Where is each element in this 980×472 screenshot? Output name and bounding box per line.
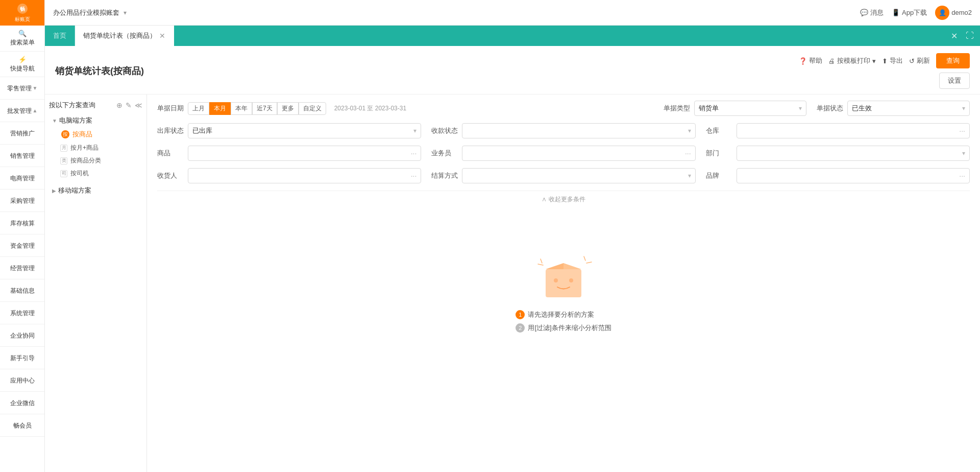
out-value: 已出库: [192, 126, 212, 135]
tab-bar: 首页 销货单统计表（按商品） ✕ ✕ ⛶: [45, 26, 980, 46]
sidebar-item-system[interactable]: 系统管理: [0, 302, 44, 324]
warehouse-input[interactable]: ···: [737, 123, 970, 138]
status-input[interactable]: 已生效 ▾: [847, 101, 970, 116]
export-icon: ⬆: [882, 57, 888, 65]
tab-home[interactable]: 首页: [45, 26, 75, 46]
hint-num-2: 2: [516, 323, 525, 333]
tree-header-desktop[interactable]: ▼ 电脑端方案: [49, 114, 142, 127]
date-pill-more[interactable]: 更多: [277, 102, 299, 115]
status-value: 已生效: [852, 104, 872, 113]
sidebar-item-retail[interactable]: 零售管理 ▼: [0, 77, 44, 100]
avatar-icon: 👤: [939, 9, 946, 16]
brand-dots-icon[interactable]: ···: [959, 172, 965, 180]
svg-line-7: [584, 256, 585, 261]
sidebar-item-inventory[interactable]: 库存核算: [0, 212, 44, 234]
user-menu[interactable]: 👤 demo2: [935, 6, 972, 20]
sidebar-item-quicknav[interactable]: ⚡ 快捷导航: [0, 52, 44, 78]
query-button[interactable]: 查询: [936, 53, 970, 68]
goods-cat-icon: 类: [60, 157, 67, 164]
sidebar-item-member[interactable]: 畅会员: [0, 414, 44, 437]
receiver-input[interactable]: ···: [188, 168, 421, 183]
edit-scheme-btn[interactable]: ✎: [126, 101, 132, 109]
sidebar-item-sales[interactable]: 销售管理: [0, 145, 44, 167]
sidebar-item-appcenter[interactable]: 应用中心: [0, 369, 44, 392]
goods-label: 商品: [157, 149, 184, 158]
help-label: 帮助: [809, 56, 822, 65]
staff-input[interactable]: ···: [462, 146, 695, 161]
payment-input[interactable]: ▾: [462, 168, 695, 183]
warehouse-dots-icon[interactable]: ···: [959, 127, 965, 135]
svg-line-5: [541, 259, 542, 263]
date-pill-custom[interactable]: 自定义: [299, 102, 326, 115]
brand-input[interactable]: ···: [737, 168, 970, 183]
help-btn[interactable]: ❓ 帮助: [799, 56, 822, 65]
page-title: 销货单统计表(按商品): [55, 65, 144, 77]
sidebar-item-ops[interactable]: 经营管理: [0, 257, 44, 279]
setting-button[interactable]: 设置: [939, 73, 970, 89]
sidebar-item-finance[interactable]: 资金管理: [0, 234, 44, 257]
window-close-btn[interactable]: ✕: [949, 29, 960, 43]
sidebar-item-search[interactable]: 🔍 搜索菜单: [0, 26, 44, 52]
tree-item-driver-label: 按司机: [70, 169, 89, 178]
tree-item-by-goods[interactable]: 按 按商品: [57, 127, 142, 141]
print-btn[interactable]: 🖨 按模板打印 ▾: [828, 56, 876, 65]
tree-item-driver[interactable]: 司 按司机: [57, 167, 142, 180]
header-dropdown-icon[interactable]: ▾: [124, 9, 127, 16]
goods-input[interactable]: ···: [188, 146, 421, 161]
date-pill-thismonth[interactable]: 本月: [209, 102, 231, 115]
staff-label: 业务员: [431, 149, 458, 158]
desktop-section-label: 电脑端方案: [59, 116, 92, 125]
mobile-section-label: 移动端方案: [58, 186, 91, 195]
sidebar-item-purchase[interactable]: 采购管理: [0, 190, 44, 212]
type-input[interactable]: 销货单 ▾: [694, 101, 806, 116]
tab-home-label: 首页: [53, 31, 66, 40]
app-download-btn[interactable]: 📱 App下载: [892, 8, 927, 17]
refresh-btn[interactable]: ↺ 刷新: [909, 56, 930, 65]
out-dropdown-icon: ▾: [413, 127, 416, 134]
export-btn[interactable]: ⬆ 导出: [882, 56, 903, 65]
goods-dots-icon[interactable]: ···: [411, 149, 417, 157]
tab-current[interactable]: 销货单统计表（按商品） ✕: [75, 26, 174, 46]
tab-bar-actions: ✕ ⛶: [945, 26, 980, 46]
receiver-dots-icon[interactable]: ···: [411, 172, 417, 180]
date-pill-lastmonth[interactable]: 上月: [188, 102, 209, 115]
right-panel: 单据日期 上月 本月 本年 近7天 更多 自定义 2023-03-01 至 20…: [147, 95, 980, 472]
two-panel: 按以下方案查询 ⊕ ✎ ≪ ▼ 电脑端方案: [45, 95, 980, 472]
filter-item-type: 单据类型 销货单 ▾: [664, 101, 806, 116]
window-maximize-btn[interactable]: ⛶: [964, 29, 976, 42]
month-goods-icon: 月: [60, 145, 67, 152]
filter-item-brand: 品牌 ···: [706, 168, 970, 183]
tree-item-month-goods[interactable]: 月 按月+商品: [57, 141, 142, 154]
sidebar-item-guide-label: 新手引导: [10, 355, 35, 363]
payment-label: 结算方式: [431, 171, 458, 180]
sidebar-item-inventory-label: 库存核算: [10, 220, 35, 228]
date-pill-7days[interactable]: 近7天: [252, 102, 277, 115]
message-label: 消息: [870, 8, 884, 17]
quicknav-icon: ⚡: [18, 56, 27, 63]
sidebar-item-guide[interactable]: 新手引导: [0, 347, 44, 369]
content-inner: 销货单统计表(按商品) ❓ 帮助 🖨 按模板打印 ▾ ⬆: [45, 46, 980, 472]
out-input[interactable]: 已出库 ▾: [188, 123, 421, 138]
collapse-conditions-btn[interactable]: ∧ 收起更多条件: [157, 191, 970, 208]
top-header: 办公用品行业模拟账套 ▾ 💬 消息 📱 App下载 👤 demo2: [45, 0, 980, 26]
dept-input[interactable]: ▾: [737, 146, 970, 161]
sidebar-item-marketing[interactable]: 营销推广: [0, 122, 44, 145]
print-icon: 🖨: [828, 57, 835, 65]
tree-header-mobile[interactable]: ▶ 移动端方案: [49, 184, 142, 197]
tree-section-mobile: ▶ 移动端方案: [49, 184, 142, 197]
tab-close-icon[interactable]: ✕: [159, 32, 165, 40]
add-scheme-btn[interactable]: ⊕: [116, 101, 122, 109]
tree-item-goods-cat[interactable]: 类 按商品分类: [57, 154, 142, 167]
collapse-panel-btn[interactable]: ≪: [135, 101, 142, 109]
staff-dots-icon[interactable]: ···: [685, 149, 691, 157]
sidebar-item-sales-label: 销售管理: [10, 152, 35, 160]
recv-input[interactable]: ▾: [462, 123, 695, 138]
brand-label: 品牌: [706, 171, 732, 180]
sidebar-item-corpwechat[interactable]: 企业微信: [0, 392, 44, 414]
date-pill-thisyear[interactable]: 本年: [231, 102, 252, 115]
sidebar-item-wholesale[interactable]: 批发管理 ▲: [0, 100, 44, 122]
sidebar-item-corp[interactable]: 企业协同: [0, 324, 44, 347]
message-btn[interactable]: 💬 消息: [860, 8, 884, 17]
sidebar-item-ecom[interactable]: 电商管理: [0, 167, 44, 190]
sidebar-item-basic[interactable]: 基础信息: [0, 279, 44, 302]
